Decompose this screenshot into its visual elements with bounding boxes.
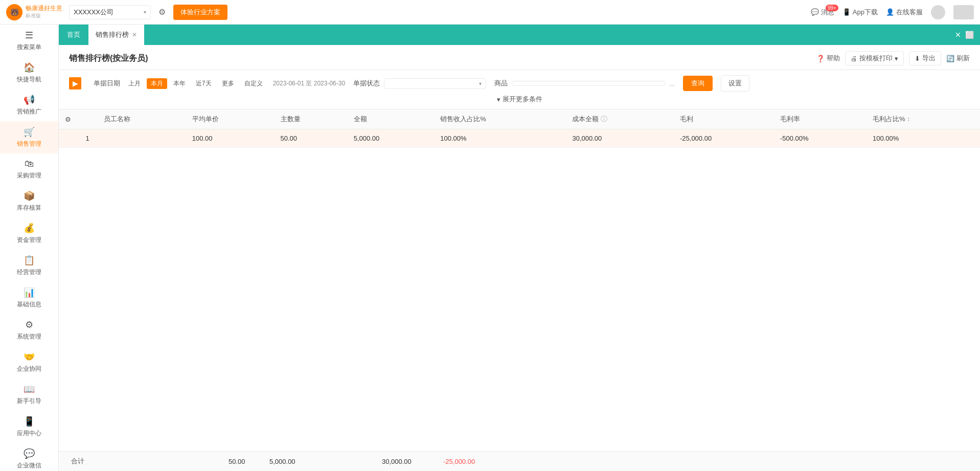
col-header-profit-pct: 毛利占比% ↕ bbox=[867, 109, 980, 129]
tab-close-icon[interactable]: ✕ bbox=[132, 31, 137, 38]
online-service-button[interactable]: 👤 在线客服 bbox=[886, 8, 923, 17]
sidebar-item-sys-mgmt[interactable]: ⚙ 系统管理 bbox=[0, 314, 58, 346]
sidebar-item-label: 库存核算 bbox=[17, 204, 41, 212]
filter-row-1: ▶ 单据日期 上月 本月 本年 近7天 更多 自定义 bbox=[69, 75, 970, 92]
col-header-avg-price: 平均单价 bbox=[186, 109, 275, 129]
app-download-button[interactable]: 📱 App下载 bbox=[842, 8, 878, 17]
footer-sales-pct bbox=[321, 458, 382, 465]
message-badge: 99+ bbox=[826, 5, 838, 11]
date-tab-last-month[interactable]: 上月 bbox=[124, 78, 145, 89]
table-header-row: ⚙ 员工名称 平均单价 主数量 全额 销售收入占比% 成本全额 ⓘ 毛利 毛 bbox=[59, 109, 980, 129]
date-tab-this-year[interactable]: 本年 bbox=[169, 78, 190, 89]
refresh-button[interactable]: 🔄 刷新 bbox=[946, 54, 970, 63]
help-icon: ❓ bbox=[816, 55, 825, 62]
date-range-display: 2023-06-01 至 2023-06-30 bbox=[273, 79, 345, 88]
expand-more-button[interactable]: ▾ 展开更多条件 bbox=[497, 95, 542, 104]
sidebar-item-label: 销售管理 bbox=[17, 140, 41, 148]
sidebar: ☰ 搜索菜单 🏠 快捷导航 📢 营销推广 🛒 销售管理 🛍 采购管理 📦 bbox=[0, 25, 59, 471]
row-margin-rate-cell: -500.00% bbox=[774, 129, 867, 148]
sidebar-item-finance[interactable]: 💰 资金管理 bbox=[0, 217, 58, 250]
sidebar-item-app-center[interactable]: 📱 应用中心 bbox=[0, 411, 58, 443]
settings-icon[interactable]: ⚙ bbox=[155, 5, 169, 19]
print-chevron-icon: ▾ bbox=[895, 55, 898, 62]
help-label: 帮助 bbox=[827, 54, 840, 63]
sidebar-item-enterprise[interactable]: 🤝 企业协同 bbox=[0, 346, 58, 378]
goods-input[interactable] bbox=[512, 81, 665, 86]
avatar[interactable] bbox=[931, 5, 945, 19]
sidebar-item-label: 基础信息 bbox=[17, 300, 41, 309]
message-button[interactable]: 💬 消息 99+ bbox=[811, 8, 834, 17]
footer-avg-price bbox=[177, 458, 229, 465]
help-button[interactable]: ❓ 帮助 bbox=[816, 54, 840, 63]
table-row: 1 100.00 50.00 5,000.00 100.00% 30,000.0… bbox=[59, 129, 980, 148]
sys-mgmt-icon: ⚙ bbox=[25, 319, 33, 330]
cost-info-icon: ⓘ bbox=[601, 115, 607, 123]
date-tab-7days[interactable]: 近7天 bbox=[192, 78, 216, 89]
date-tab-more[interactable]: 更多 bbox=[218, 78, 238, 89]
window-max-icon[interactable]: ⬜ bbox=[965, 31, 974, 39]
download-icon: 📱 bbox=[842, 8, 851, 16]
table-area: ⚙ 员工名称 平均单价 主数量 全额 销售收入占比% 成本全额 ⓘ 毛利 毛 bbox=[59, 109, 980, 451]
sidebar-item-search-order[interactable]: ☰ 搜索菜单 bbox=[0, 25, 58, 57]
page-title: 销售排行榜(按业务员) bbox=[69, 53, 148, 64]
template-print-label: 按模板打印 bbox=[859, 54, 893, 63]
sidebar-item-label: 营销推广 bbox=[17, 107, 41, 116]
status-select[interactable]: ▾ bbox=[384, 78, 486, 89]
table-footer: 合计 50.00 5,000.00 30,000.00 -25,000.00 bbox=[59, 451, 980, 471]
date-tab-custom[interactable]: 自定义 bbox=[240, 78, 267, 89]
tab-home[interactable]: 首页 bbox=[59, 25, 88, 45]
tab-sales-ranking[interactable]: 销售排行榜 ✕ bbox=[88, 25, 144, 45]
col-header-margin-rate: 毛利率 bbox=[774, 109, 867, 129]
marketing-icon: 📢 bbox=[24, 94, 35, 105]
sales-icon: 🛒 bbox=[24, 126, 35, 138]
more-filters-icon[interactable]: ... bbox=[669, 80, 675, 87]
column-settings-button[interactable]: 设置 bbox=[721, 75, 749, 92]
sidebar-item-label: 企业微信 bbox=[17, 461, 41, 470]
sidebar-item-guide[interactable]: 📖 新手引导 bbox=[0, 378, 58, 411]
logo-area: 🐻 畅康通好生意 标准版 bbox=[6, 4, 65, 20]
template-print-button[interactable]: 🖨 按模板打印 ▾ bbox=[845, 51, 904, 65]
sidebar-item-marketing[interactable]: 📢 营销推广 bbox=[0, 89, 58, 121]
wechat-icon: 💬 bbox=[24, 448, 35, 459]
sidebar-item-label: 应用中心 bbox=[17, 429, 41, 438]
col-header-sales-pct: 销售收入占比% bbox=[434, 109, 566, 129]
row-rank-cell: 1 bbox=[77, 129, 98, 148]
message-icon: 💬 bbox=[811, 8, 819, 16]
col-header-amount: 全额 bbox=[348, 109, 435, 129]
sidebar-item-sales[interactable]: 🛒 销售管理 bbox=[0, 121, 58, 153]
sidebar-item-quick-nav[interactable]: 🏠 快捷导航 bbox=[0, 57, 58, 89]
service-icon: 👤 bbox=[886, 8, 894, 16]
trial-button[interactable]: 体验行业方案 bbox=[173, 5, 227, 20]
goods-filter: 商品 ... bbox=[494, 79, 675, 88]
expand-icon: ▾ bbox=[497, 96, 500, 103]
footer-profit: -25,000.00 bbox=[443, 458, 505, 465]
print-icon: 🖨 bbox=[851, 55, 857, 62]
date-filter: 单据日期 上月 本月 本年 近7天 更多 自定义 2023-06-01 至 20… bbox=[94, 78, 345, 89]
sidebar-item-wechat[interactable]: 💬 企业微信 bbox=[0, 443, 58, 471]
row-name-cell bbox=[98, 129, 186, 148]
sidebar-item-purchase[interactable]: 🛍 采购管理 bbox=[0, 153, 58, 185]
sidebar-item-operations[interactable]: 📋 经营管理 bbox=[0, 250, 58, 282]
footer-qty: 50.00 bbox=[229, 458, 269, 465]
col-settings-icon[interactable]: ⚙ bbox=[65, 116, 71, 123]
sidebar-item-basic-info[interactable]: 📊 基础信息 bbox=[0, 282, 58, 314]
row-profit-pct-cell: 100.00% bbox=[867, 129, 980, 148]
refresh-label: 刷新 bbox=[956, 54, 970, 63]
date-tab-this-month[interactable]: 本月 bbox=[147, 78, 167, 89]
sidebar-item-label: 经营管理 bbox=[17, 268, 41, 277]
query-button[interactable]: 查询 bbox=[683, 76, 713, 91]
guide-icon: 📖 bbox=[24, 384, 35, 395]
enterprise-icon: 🤝 bbox=[24, 351, 35, 363]
tab-label: 销售排行榜 bbox=[96, 30, 129, 39]
company-selector[interactable]: XXXXXX公司 ▾ bbox=[69, 5, 151, 19]
export-button[interactable]: ⬇ 导出 bbox=[909, 51, 941, 65]
sidebar-item-inventory[interactable]: 📦 库存核算 bbox=[0, 185, 58, 217]
footer-cost: 30,000.00 bbox=[382, 458, 443, 465]
tab-bar: 首页 销售排行榜 ✕ ✕ ⬜ bbox=[59, 25, 980, 45]
row-qty-cell: 50.00 bbox=[275, 129, 348, 148]
app-download-label: App下载 bbox=[853, 8, 878, 17]
window-close-icon[interactable]: ✕ bbox=[955, 31, 961, 39]
col-header-settings: ⚙ bbox=[59, 109, 77, 129]
date-filter-label: 单据日期 bbox=[94, 79, 120, 88]
filter-toggle-button[interactable]: ▶ bbox=[69, 77, 81, 89]
